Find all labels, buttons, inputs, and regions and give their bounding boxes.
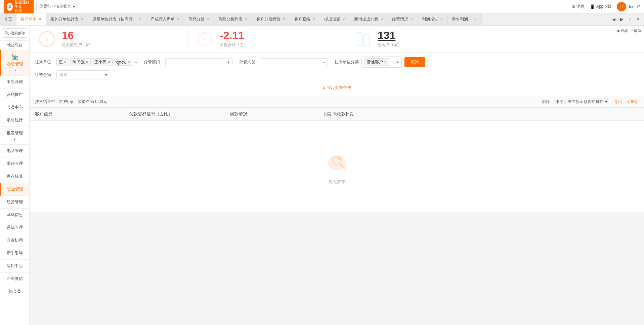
filter-label-balance: 往来余额 bbox=[35, 72, 54, 78]
close-icon[interactable]: ✕ bbox=[380, 17, 384, 21]
filter-tag-classify: 普通客户 ✕ bbox=[364, 58, 389, 66]
stat-label-amount: 欠款合计（万） bbox=[220, 42, 248, 48]
retail-icon: 🏪 bbox=[12, 53, 18, 60]
sidebar-item-basic-info[interactable]: 基础信息 bbox=[0, 209, 29, 221]
close-icon[interactable]: ✕ bbox=[282, 17, 286, 21]
sidebar-item-new-guide[interactable]: 新手引导 bbox=[0, 247, 29, 260]
help-action[interactable]: ? 帮助 bbox=[631, 28, 641, 33]
sidebar-item-retail-mall[interactable]: 零售商城 bbox=[0, 76, 29, 88]
sidebar-item-wholesale-mgmt[interactable]: 批发管理 ▾ bbox=[0, 127, 29, 145]
tab-purchase-order[interactable]: 采购订单统计表 ✕ bbox=[46, 13, 88, 26]
close-icon[interactable]: ✕ bbox=[64, 60, 67, 64]
filter-tag-wu: 伍 ✕ bbox=[56, 58, 69, 66]
top-bar: ¥ 畅捷通好生意 标版 母婴行业演示帐套 ▾ ✉ 消息 📱 App下载 d de… bbox=[0, 0, 644, 13]
chevron-down-icon: ▾ bbox=[73, 4, 75, 9]
collapse-btn[interactable]: ∧ 收起更多条件 bbox=[323, 83, 351, 92]
sidebar-item-funds-mgmt[interactable]: 资金管理 bbox=[0, 183, 29, 196]
tab-scroll-right[interactable]: ▶ bbox=[618, 16, 625, 23]
sidebar-item-sys-mgmt[interactable]: 系统管理 bbox=[0, 221, 29, 234]
close-icon[interactable]: ✕ bbox=[384, 60, 387, 64]
tab-customer-contact[interactable]: 客户联络 ✕ bbox=[290, 13, 320, 26]
tab-profit-report[interactable]: 利润报告 ✕ bbox=[418, 13, 448, 26]
sidebar-item-ops-mgmt[interactable]: 经营管理 bbox=[0, 196, 29, 209]
sidebar-item-inventory-check[interactable]: 库存核算 bbox=[0, 170, 29, 183]
stats-banner: ¥ 16 总欠款客户（家） ✦ -2.11 bbox=[30, 26, 644, 52]
search-menu-btn[interactable]: 🔍 搜索菜单 bbox=[2, 28, 27, 38]
col-due-date: 到期未收款日期 bbox=[324, 111, 639, 117]
tab-customer-layer[interactable]: 客户分层经营 ✕ bbox=[252, 13, 290, 26]
sidebar-item-enterprise-wechat[interactable]: 企业微信 bbox=[0, 273, 29, 285]
sidebar-item-retail-stats[interactable]: 零售统计 bbox=[0, 114, 29, 127]
close-icon[interactable]: ✕ bbox=[138, 17, 142, 21]
sidebar-item-app-center[interactable]: 应用中心 bbox=[0, 260, 29, 273]
account-selector[interactable]: 母婴行业演示帐套 ▾ bbox=[36, 2, 78, 11]
query-button[interactable]: 查询 bbox=[404, 57, 425, 67]
close-icon[interactable]: ✕ bbox=[473, 17, 477, 21]
sidebar-item-ecommerce-mgmt[interactable]: 电商管理 bbox=[0, 145, 29, 157]
close-icon[interactable]: ✕ bbox=[176, 17, 180, 21]
video-icon: ▶ bbox=[617, 29, 620, 33]
filter-classify-select[interactable]: 普通客户 ✕ ▾ bbox=[361, 57, 402, 68]
filter-row-unit: 往来单位 伍 ✕ 陈民强 ✕ 王小亮 ✕ cjttcw bbox=[35, 57, 639, 68]
close-icon[interactable]: ✕ bbox=[206, 17, 210, 21]
close-icon[interactable]: ✕ bbox=[38, 17, 42, 21]
help-icon: ? bbox=[631, 29, 633, 33]
refresh-btn[interactable]: ↺ 刷新 bbox=[626, 99, 639, 105]
message-btn[interactable]: ✉ 消息 bbox=[572, 4, 585, 9]
filter-tags-unit: 伍 ✕ 陈民强 ✕ 王小亮 ✕ cjttcw ✕ ··· bbox=[56, 58, 137, 66]
tab-new-improve[interactable]: 新增提成方案 ✕ bbox=[350, 13, 388, 26]
table-header: 客户信息 欠款交易信息（占比） 回款情况 到期未收款日期 bbox=[30, 108, 644, 121]
tab-scroll-left[interactable]: ◀ bbox=[610, 16, 617, 23]
close-icon[interactable]: ✕ bbox=[86, 60, 88, 64]
sidebar-quick-nav[interactable]: 快捷导航 bbox=[0, 41, 29, 50]
tab-account[interactable]: 客户账本 ✕ bbox=[16, 13, 46, 26]
tab-expand[interactable]: ⤢ bbox=[627, 16, 633, 23]
filter-tag-wang: 王小亮 ✕ bbox=[92, 58, 113, 66]
empty-text: 暂无数据 bbox=[328, 179, 346, 185]
tab-close-all[interactable]: ✕ bbox=[635, 16, 641, 23]
tab-improve-settings[interactable]: 提成设置 ✕ bbox=[320, 13, 350, 26]
sidebar-item-purchase-mgmt[interactable]: 采购管理 bbox=[0, 157, 29, 170]
tab-cost-in[interactable]: 产成品入库单 ✕ bbox=[146, 13, 184, 26]
sort-select[interactable]: 排序： 排序：按欠款金额倒序排序 ▾ bbox=[542, 99, 607, 105]
filter-label-unit: 往来单位 bbox=[35, 59, 54, 65]
logo-text: 畅捷通好生意 标版 bbox=[15, 0, 31, 13]
svg-point-11 bbox=[331, 166, 333, 168]
filter-dept-select[interactable]: ▾ bbox=[165, 58, 232, 66]
close-icon[interactable]: ✕ bbox=[80, 17, 84, 21]
tab-goods-analysis[interactable]: 商品分析 ✕ bbox=[184, 13, 214, 26]
sidebar-item-enterprise-collab[interactable]: 企业协同 bbox=[0, 234, 29, 247]
ellipsis-icon: ··· bbox=[321, 60, 325, 65]
close-icon[interactable]: ✕ bbox=[108, 60, 110, 64]
results-bar-right: 排序： 排序：按欠款金额倒序排序 ▾ ↓ 导出 ↺ 刷新 bbox=[542, 99, 639, 105]
filter-more-btn[interactable]: ··· bbox=[134, 60, 137, 65]
close-icon[interactable]: ✕ bbox=[127, 60, 130, 64]
svg-rect-5 bbox=[363, 35, 370, 46]
filter-person-select[interactable]: ··· bbox=[261, 58, 328, 66]
tab-business-status[interactable]: 经营情况 ✕ bbox=[388, 13, 418, 26]
sidebar-item-member-center[interactable]: 会员中心 bbox=[0, 101, 29, 114]
sidebar-item-member-pro[interactable]: 畅会员 bbox=[0, 285, 29, 298]
stat-label-total: 总客户（家） bbox=[378, 42, 402, 48]
close-icon[interactable]: ✕ bbox=[342, 17, 346, 21]
sidebar-item-marketing[interactable]: 营销推广 bbox=[0, 88, 29, 101]
user-menu[interactable]: d demo2 bbox=[617, 2, 640, 11]
stat-data-customers: 16 总欠款客户（家） bbox=[62, 30, 94, 48]
close-icon[interactable]: ✕ bbox=[244, 17, 248, 21]
filter-balance-select[interactable]: 选择... ▾ bbox=[56, 70, 110, 79]
tab-retail-profit[interactable]: 零售利润（ ✕ bbox=[448, 13, 482, 26]
stat-label-customers: 总欠款客户（家） bbox=[62, 42, 94, 48]
close-icon[interactable]: ✕ bbox=[439, 17, 443, 21]
tab-home[interactable]: 首页 bbox=[0, 13, 16, 26]
stat-value-amount: -2.11 bbox=[220, 30, 248, 41]
close-icon[interactable]: ✕ bbox=[410, 17, 414, 21]
results-bar: 搜索结果中，客户0家 欠款金额 0.00元 排序： 排序：按欠款金额倒序排序 ▾… bbox=[30, 96, 644, 108]
export-btn[interactable]: ↓ 导出 bbox=[611, 99, 622, 105]
video-action[interactable]: ▶ 视频 bbox=[617, 28, 628, 33]
close-icon[interactable]: ✕ bbox=[312, 17, 316, 21]
chevron-down-icon: ▾ bbox=[14, 137, 15, 141]
tab-incoming-stats[interactable]: 进货单统计表（按商品） ✕ bbox=[88, 13, 146, 26]
app-download-btn[interactable]: 📱 App下载 bbox=[590, 4, 611, 9]
sidebar-item-retail-mgmt[interactable]: 🏪 零售管理 ▾ bbox=[0, 50, 29, 76]
tab-goods-analysis-list[interactable]: 商品分析列表 ✕ bbox=[214, 13, 252, 26]
